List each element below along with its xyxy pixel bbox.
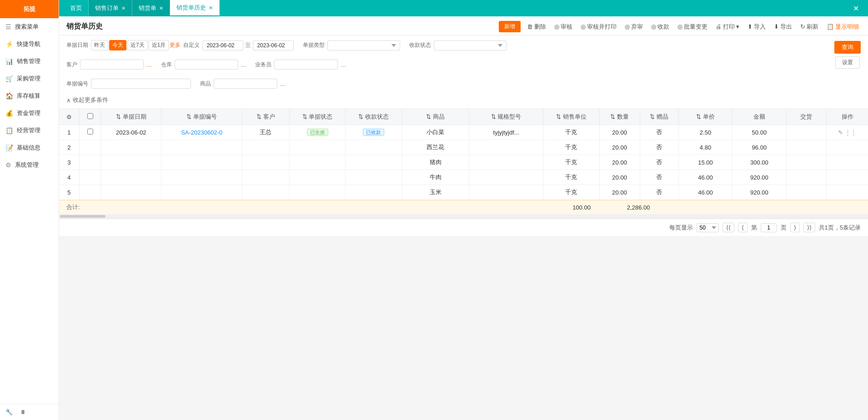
table-row: 1 2023-06-02 SA-20230602-0 王总 已生效 已收款 小白…	[59, 125, 868, 140]
warehouse-input[interactable]	[175, 60, 238, 70]
client-label: 客户	[66, 61, 77, 69]
row-qty: 20.00	[599, 185, 640, 200]
next-page-button[interactable]: ⟩	[790, 223, 800, 232]
th-price[interactable]: ⇅ 单价	[678, 109, 732, 125]
select-all-checkbox[interactable]	[87, 113, 93, 119]
row-paystatus	[346, 140, 402, 155]
collapse-filter-button[interactable]: ∧ 收起更多条件	[66, 96, 861, 104]
query-button[interactable]: 查询	[834, 41, 861, 54]
sidebar-item-search-menu[interactable]: ☰ 搜索菜单	[0, 18, 59, 35]
row-goods: 西兰花	[402, 140, 469, 155]
close-all-tabs-button[interactable]: ✕	[848, 4, 863, 13]
row-checkbox-cell	[79, 140, 100, 155]
sidebar-item-purchase-mgmt[interactable]: 🛒 采购管理	[0, 70, 59, 87]
export-button[interactable]: ⬇ 导出	[772, 22, 794, 32]
scroll-thumb[interactable]	[60, 215, 105, 218]
import-button[interactable]: ⬆ 导入	[746, 22, 768, 32]
salesperson-input[interactable]	[274, 60, 338, 70]
1month-btn[interactable]: 近1月	[149, 40, 169, 50]
row-gift: 否	[640, 140, 678, 155]
7days-btn[interactable]: 近7天	[127, 40, 148, 50]
per-page-select[interactable]: 50 100	[697, 223, 719, 232]
print-button[interactable]: 🖨 打印 ▾	[714, 22, 741, 32]
doctype-select[interactable]	[327, 40, 400, 50]
quick-nav-icon: ⚡	[5, 40, 13, 48]
collect-button[interactable]: ◎ 收款	[649, 22, 671, 32]
tab-close-icon[interactable]: ✕	[159, 5, 163, 11]
custom-date-link[interactable]: 自定义	[183, 41, 200, 49]
salesperson-picker-icon[interactable]: ...	[341, 61, 346, 68]
edit-icon[interactable]: ✎	[838, 129, 843, 136]
more-action-icon[interactable]: ⋮⋮	[845, 129, 857, 136]
first-page-button[interactable]: ⟨⟨	[722, 223, 734, 232]
main-area: 首页 销售订单 ✕ 销货单 ✕ 销货单历史 ✕ ✕ 销货单历史 新增 🗑 删除	[59, 0, 868, 420]
sidebar-item-funds-mgmt[interactable]: 💰 资金管理	[0, 105, 59, 122]
tab-sales-history[interactable]: 销货单历史 ✕	[170, 0, 220, 16]
goods-picker-icon[interactable]: ...	[280, 80, 286, 87]
refresh-button[interactable]: ↻ 刷新	[798, 22, 820, 32]
sidebar-item-label: 搜索菜单	[15, 23, 39, 31]
client-input[interactable]	[80, 60, 144, 70]
tab-home[interactable]: 首页	[64, 0, 89, 16]
row-checkbox[interactable]	[87, 129, 93, 135]
more-dates-link[interactable]: 更多	[170, 41, 181, 49]
delete-button[interactable]: 🗑 删除	[525, 22, 548, 32]
client-picker-icon[interactable]: ...	[146, 61, 152, 68]
th-spec[interactable]: ⇅ 规格型号	[469, 109, 543, 125]
sidebar-settings-icon[interactable]: 🔧 ⏸	[0, 404, 59, 420]
th-client[interactable]: ⇅ 客户	[242, 109, 290, 125]
row-price: 4.80	[678, 140, 732, 155]
new-button[interactable]: 新增	[499, 21, 521, 32]
th-gift[interactable]: ⇅ 赠品	[640, 109, 678, 125]
funds-mgmt-icon: 💰	[5, 110, 13, 117]
th-docno[interactable]: ⇅ 单据编号	[161, 109, 242, 125]
goods-input[interactable]	[214, 79, 277, 89]
warehouse-picker-icon[interactable]: ...	[241, 61, 246, 68]
th-docstatus[interactable]: ⇅ 单据状态	[289, 109, 346, 125]
row-paystatus: 已收款	[346, 125, 402, 140]
date-filter-label: 单据日期	[66, 41, 88, 49]
tab-close-icon[interactable]: ✕	[209, 5, 213, 11]
sidebar-item-sales-mgmt[interactable]: 📊 销售管理	[0, 53, 59, 70]
table-settings-icon[interactable]: ⚙	[66, 114, 72, 120]
th-paystatus[interactable]: ⇅ 收款状态	[346, 109, 402, 125]
doc-no-link[interactable]: SA-20230602-0	[181, 129, 222, 136]
row-amount: 920.00	[733, 185, 786, 200]
date-from-input[interactable]	[202, 40, 243, 50]
page-number-input[interactable]	[761, 223, 777, 232]
sidebar-item-ops-mgmt[interactable]: 📋 经营管理	[0, 122, 59, 139]
tab-sales-goods[interactable]: 销货单 ✕	[132, 0, 170, 16]
horizontal-scrollbar[interactable]	[59, 214, 868, 219]
prev-page-button[interactable]: ⟨	[738, 223, 748, 232]
th-action: 操作	[827, 109, 868, 125]
date-to-input[interactable]	[253, 40, 294, 50]
docno-input[interactable]	[91, 79, 191, 89]
page-label: 页	[781, 224, 787, 232]
th-qty[interactable]: ⇅ 数量	[599, 109, 640, 125]
discard-button[interactable]: ◎ 弃审	[623, 22, 645, 32]
th-settings[interactable]: ⚙	[59, 109, 79, 125]
table-row: 2 西兰花 千克 20.00 否 4.80 96.00	[59, 140, 868, 155]
audit-button[interactable]: ◎ 审核	[552, 22, 574, 32]
tab-close-icon[interactable]: ✕	[121, 5, 125, 11]
today-btn[interactable]: 今天	[109, 40, 126, 50]
row-checkbox-cell	[79, 125, 100, 140]
th-date[interactable]: ⇅ 单据日期	[101, 109, 161, 125]
tab-sales-order[interactable]: 销售订单 ✕	[89, 0, 132, 16]
export-icon: ⬇	[774, 23, 779, 30]
setting-button[interactable]: 设置	[835, 56, 860, 69]
yesterday-btn[interactable]: 昨天	[91, 40, 108, 50]
sidebar-item-quick-nav[interactable]: ⚡ 快捷导航	[0, 35, 59, 53]
sidebar-item-sys-mgmt[interactable]: ⚙ 系统管理	[0, 156, 59, 174]
batch-change-button[interactable]: ◎ 批量变更	[676, 22, 709, 32]
last-page-button[interactable]: ⟩⟩	[803, 223, 815, 232]
show-detail-button[interactable]: 📋 显示明细	[825, 22, 861, 32]
row-gift: 否	[640, 185, 678, 200]
th-unit[interactable]: ⇅ 销售单位	[543, 109, 599, 125]
paystatus-select[interactable]	[434, 40, 507, 50]
sidebar-item-inventory[interactable]: 🏠 库存核算	[0, 87, 59, 105]
row-spec	[469, 140, 543, 155]
audit-print-button[interactable]: ◎ 审核并打印	[579, 22, 618, 32]
sidebar-item-basic-info[interactable]: 📝 基础信息	[0, 139, 59, 156]
th-goods[interactable]: ⇅ 商品	[402, 109, 469, 125]
